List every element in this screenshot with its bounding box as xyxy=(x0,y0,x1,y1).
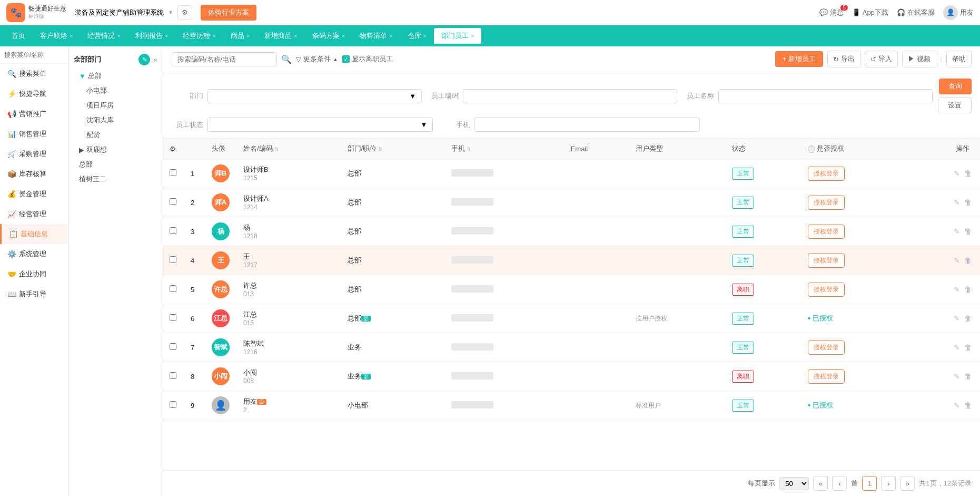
tab-profit-close[interactable]: × xyxy=(165,33,168,39)
row-checkbox[interactable] xyxy=(163,188,184,217)
tab-bom-close[interactable]: × xyxy=(389,33,392,39)
tab-warehouse-close[interactable]: × xyxy=(423,33,427,39)
dept-subnode-peihu[interactable]: 配货 xyxy=(68,128,163,142)
tab-warehouse[interactable]: 仓库 × xyxy=(400,28,434,44)
auth-button[interactable]: 授权登录 xyxy=(808,196,845,210)
tab-bom[interactable]: 物料清单 × xyxy=(352,28,400,44)
filter-phone-input[interactable] xyxy=(474,118,699,132)
show-resigned-toggle[interactable]: ✓ 显示离职员工 xyxy=(342,54,393,64)
gear-button[interactable]: ⚙ xyxy=(177,5,192,20)
app-download-button[interactable]: 📱 App下载 xyxy=(852,8,888,17)
edit-button[interactable]: ✎ xyxy=(954,227,960,236)
tab-customer[interactable]: 客户联络 × xyxy=(33,28,80,44)
dept-subnode-xiadianbu[interactable]: 小电部 xyxy=(68,83,163,98)
export-button[interactable]: ↻ 导出 xyxy=(827,51,860,67)
tab-history[interactable]: 经营历程 × xyxy=(175,28,223,44)
row-checkbox[interactable] xyxy=(163,217,184,246)
edit-button[interactable]: ✎ xyxy=(954,285,960,294)
tab-profit[interactable]: 利润报告 × xyxy=(128,28,175,44)
filter-name-input[interactable] xyxy=(718,89,933,103)
sidebar-item-system[interactable]: ⚙️ 系统管理 xyxy=(0,244,68,264)
tab-employees[interactable]: 部门员工 × xyxy=(434,28,481,44)
row-checkbox[interactable] xyxy=(163,333,184,362)
sidebar-item-shortcut[interactable]: ⚡ 快捷导航 xyxy=(0,84,68,104)
delete-button[interactable]: 🗑 xyxy=(964,169,972,178)
dept-node-headquarter[interactable]: ▼ 总部 xyxy=(68,69,163,83)
sidebar-item-search[interactable]: 🔍 搜索菜单 xyxy=(0,64,68,84)
delete-button[interactable]: 🗑 xyxy=(964,343,972,352)
import-button[interactable]: ↺ 导入 xyxy=(865,51,898,67)
tab-barcode-close[interactable]: × xyxy=(342,33,345,39)
edit-button[interactable]: ✎ xyxy=(954,372,960,381)
col-dept[interactable]: 部门/职位 ⇅ xyxy=(341,139,446,159)
help-button[interactable]: 帮助 xyxy=(946,51,972,67)
edit-button[interactable]: ✎ xyxy=(954,314,960,323)
filter-dept-select[interactable]: ▼ xyxy=(207,89,422,103)
col-phone-sort[interactable]: 手机 ⇅ xyxy=(451,144,558,153)
delete-button[interactable]: 🗑 xyxy=(964,285,972,294)
edit-button[interactable]: ✎ xyxy=(954,169,960,178)
user-area[interactable]: 👤 用友 xyxy=(943,5,974,20)
edit-button[interactable]: ✎ xyxy=(954,401,960,410)
filter-status-select[interactable]: ▼ xyxy=(207,118,433,132)
edit-button[interactable]: ✎ xyxy=(954,256,960,265)
sidebar-item-purchase[interactable]: 🛒 采购管理 xyxy=(0,144,68,164)
view-button[interactable]: ▶ 视频 xyxy=(902,51,936,67)
row-checkbox[interactable] xyxy=(163,391,184,420)
delete-button[interactable]: 🗑 xyxy=(964,256,972,265)
delete-button[interactable]: 🗑 xyxy=(964,227,972,236)
tab-management[interactable]: 经营情况 × xyxy=(80,28,127,44)
dept-subnode-project[interactable]: 项目库房 xyxy=(68,98,163,113)
tab-barcode[interactable]: 条码方案 × xyxy=(305,28,352,44)
first-page-button[interactable]: « xyxy=(813,476,828,491)
dept-edit-button[interactable]: ✎ xyxy=(138,54,150,65)
row-checkbox[interactable] xyxy=(163,246,184,275)
sidebar-item-inventory[interactable]: 📦 库存核算 xyxy=(0,164,68,184)
sidebar-item-finance[interactable]: 💰 资金管理 xyxy=(0,184,68,204)
tab-history-close[interactable]: × xyxy=(212,33,215,39)
col-name-sort[interactable]: 姓名/编码 ⇅ xyxy=(243,144,335,153)
dept-node-zhishu[interactable]: 植树王二 xyxy=(68,172,163,187)
sidebar-item-business[interactable]: 📈 经营管理 xyxy=(0,204,68,224)
add-employee-button[interactable]: + 新增员工 xyxy=(775,51,823,67)
tab-add-goods-close[interactable]: × xyxy=(294,33,297,39)
prev-page-button[interactable]: ‹ xyxy=(832,476,847,491)
col-name[interactable]: 姓名/编码 ⇅ xyxy=(237,139,341,159)
nav-home[interactable]: 首页 xyxy=(4,28,33,44)
trial-button[interactable]: 体验行业方案 xyxy=(201,5,256,21)
tab-goods[interactable]: 商品 × xyxy=(223,28,257,44)
sidebar-item-basic[interactable]: 📋 基础信息 xyxy=(0,224,68,244)
tab-goods-close[interactable]: × xyxy=(246,33,250,39)
next-page-button[interactable]: › xyxy=(881,476,896,491)
dropdown-arrow-icon[interactable]: ▼ xyxy=(168,9,173,15)
delete-button[interactable]: 🗑 xyxy=(964,314,972,323)
service-button[interactable]: 🎧 在线客服 xyxy=(897,8,935,17)
current-page-button[interactable]: 1 xyxy=(862,476,877,491)
search-button[interactable]: 🔍 xyxy=(281,54,292,64)
row-checkbox[interactable] xyxy=(163,275,184,304)
tab-management-close[interactable]: × xyxy=(117,33,120,39)
delete-button[interactable]: 🗑 xyxy=(964,198,972,207)
row-checkbox[interactable] xyxy=(163,159,184,188)
row-checkbox[interactable] xyxy=(163,304,184,333)
row-checkbox[interactable] xyxy=(163,362,184,391)
sidebar-item-sales[interactable]: 📊 销售管理 xyxy=(0,124,68,144)
col-dept-sort[interactable]: 部门/职位 ⇅ xyxy=(348,144,439,153)
sidebar-item-collab[interactable]: 🤝 企业协同 xyxy=(0,264,68,284)
search-button-filter[interactable]: 查询 xyxy=(939,79,972,94)
sidebar-item-guide[interactable]: 📖 新手引导 xyxy=(0,284,68,304)
delete-button[interactable]: 🗑 xyxy=(964,401,972,410)
set-button[interactable]: 设置 xyxy=(938,98,972,113)
dept-node-shuanglu[interactable]: ▶ 双鹿想 xyxy=(68,142,163,157)
last-page-button[interactable]: » xyxy=(900,476,915,491)
auth-button[interactable]: 授权登录 xyxy=(808,283,845,297)
auth-button[interactable]: 授权登录 xyxy=(808,167,845,181)
filter-code-input[interactable] xyxy=(463,89,677,103)
auth-button[interactable]: 授权登录 xyxy=(808,225,845,239)
auth-button[interactable]: 授权登录 xyxy=(808,341,845,355)
dept-node-zongbu[interactable]: 总部 xyxy=(68,157,163,172)
search-input[interactable] xyxy=(172,52,277,66)
auth-button[interactable]: 授权登录 xyxy=(808,254,845,268)
message-button[interactable]: 💬 消息 5 xyxy=(819,8,844,17)
col-phone[interactable]: 手机 ⇅ xyxy=(445,139,565,159)
